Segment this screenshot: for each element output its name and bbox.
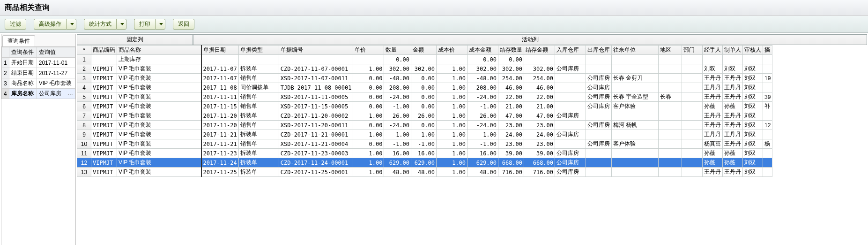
cell-area: 长春 (659, 92, 682, 102)
cell-memo (763, 168, 772, 177)
table-row[interactable]: 11VIPMJTVIP 毛巾套装2017-11-23拆装单CZD-2017-11… (77, 149, 772, 158)
col-header-outwh[interactable]: 出库仓库 (586, 46, 612, 55)
cell-price: 0.00 (353, 83, 384, 92)
cell-auditor: 刘双 (743, 111, 763, 121)
col-header-camt[interactable]: 成本金额 (467, 46, 498, 55)
cell-bno: TJDB-2017-11-08-00001 (279, 83, 353, 92)
filter-row[interactable]: 2结束日期2017-11-27 (2, 68, 75, 78)
col-header-amt[interactable]: 金额 (411, 46, 437, 55)
stat-split[interactable]: 统计方式 (84, 19, 126, 30)
table-row[interactable]: 13VIPMJTVIP 毛巾套装2017-11-25拆装单CZD-2017-11… (77, 168, 772, 177)
col-header-pcode[interactable]: 商品编码 (91, 46, 117, 55)
filter-row-value[interactable]: VIP 毛巾套装 (37, 78, 75, 89)
col-header-qty[interactable]: 数量 (384, 46, 411, 55)
print-split[interactable]: 打印 (134, 19, 165, 30)
advanced-caret[interactable] (66, 19, 76, 30)
print-button[interactable]: 打印 (134, 19, 155, 30)
cell-bamt: 23.00 (524, 139, 555, 149)
filter-grid[interactable]: 查询条件 查询值 1开始日期2017-11-012结束日期2017-11-273… (1, 47, 75, 245)
table-row[interactable]: 12VIPMJTVIP 毛巾套装2017-11-24拆装单CZD-2017-11… (77, 158, 772, 168)
cell-dept (682, 158, 703, 168)
col-header-oper[interactable]: 经手人 (703, 46, 723, 55)
cell-pname: VIP 毛巾套装 (117, 149, 201, 158)
advanced-button[interactable]: 高级操作 (34, 19, 66, 30)
stat-caret[interactable] (116, 19, 126, 30)
col-header-auditor[interactable]: 审核人 (743, 46, 763, 55)
table-row[interactable]: 9VIPMJTVIP 毛巾套装2017-11-21拆装单CZD-2017-11-… (77, 130, 772, 139)
cell-btype: 拆装单 (238, 168, 279, 177)
cell-bno: CZD-2017-11-23-00003 (279, 149, 353, 158)
filter-row-value[interactable]: 2017-11-01 (37, 58, 75, 68)
cell-amt: 48.00 (411, 168, 437, 177)
table-row[interactable]: 8VIPMJTVIP 毛巾套装2017-11-20销售单XSD-2017-11-… (77, 121, 772, 130)
ellipsis-icon[interactable]: … (67, 90, 73, 96)
col-header-price[interactable]: 单价 (353, 46, 384, 55)
cell-date (201, 55, 239, 64)
cell-oper: 孙薇 (703, 149, 723, 158)
col-header-dept[interactable]: 部门 (682, 46, 703, 55)
table-row[interactable]: 2VIPMJTVIP 毛巾套装2017-11-07拆装单CZD-2017-11-… (77, 64, 772, 74)
col-header-cost[interactable]: 成本价 (437, 46, 467, 55)
cell-outwh (586, 64, 612, 74)
col-header-area[interactable]: 地区 (659, 46, 682, 55)
col-header-bamt[interactable]: 结存金额 (524, 46, 555, 55)
cell-bno: CZD-2017-11-07-00001 (279, 64, 353, 74)
col-header-party[interactable]: 往来单位 (612, 46, 659, 55)
cell-outwh (586, 149, 612, 158)
col-header-pname[interactable]: 商品名称 (117, 46, 201, 55)
cell-camt: 302.00 (467, 64, 498, 74)
tab-query-conditions[interactable]: 查询条件 (2, 35, 35, 46)
print-caret[interactable] (155, 19, 165, 30)
left-pane: 查询条件 查询条件 查询值 1开始日期2017-11-012结束日期2017-1… (1, 34, 76, 245)
cell-bqty: 46.00 (498, 83, 524, 92)
cell-auditor: 刘双 (743, 158, 763, 168)
cell-date: 2017-11-08 (201, 83, 239, 92)
cell-bno: XSD-2017-11-20-00011 (279, 121, 353, 130)
col-header-memo[interactable]: 摘 (763, 46, 772, 55)
cell-idx: 10 (77, 139, 91, 149)
stat-button[interactable]: 统计方式 (84, 19, 116, 30)
cell-amt: -1.00 (411, 139, 437, 149)
back-button[interactable]: 返回 (173, 19, 194, 30)
cell-auditor: 刘双 (743, 64, 763, 74)
table-row[interactable]: 5VIPMJTVIP 毛巾套装2017-11-11销售单XSD-2017-11-… (77, 92, 772, 102)
filter-row[interactable]: 4库房名称公司库房… (2, 89, 75, 99)
cell-memo: 补 (763, 102, 772, 111)
filter-row-value[interactable]: 2017-11-27 (37, 68, 75, 78)
col-header-bqty[interactable]: 结存数量 (498, 46, 524, 55)
filter-row-value[interactable]: 公司库房… (37, 89, 75, 99)
filter-row[interactable]: 3商品名称VIP 毛巾套装 (2, 78, 75, 89)
table-row[interactable]: 6VIPMJTVIP 毛巾套装2017-11-15销售单XSD-2017-11-… (77, 102, 772, 111)
cell-bqty: 668.00 (498, 158, 524, 168)
table-row[interactable]: 7VIPMJTVIP 毛巾套装2017-11-20拆装单CZD-2017-11-… (77, 111, 772, 121)
data-grid[interactable]: *商品编码商品名称单据日期单据类型单据编号单价数量金额成本价成本金额结存数量结存… (77, 45, 772, 177)
cell-oper: 杨真茁 (703, 139, 723, 149)
cell-inwh: 公司库房 (555, 168, 586, 177)
cell-bamt: 716.00 (524, 168, 555, 177)
col-header-maker[interactable]: 制单人 (723, 46, 743, 55)
cell-party: 梅河 杨帆 (612, 121, 659, 130)
advanced-split[interactable]: 高级操作 (34, 19, 76, 30)
table-row[interactable]: 4VIPMJTVIP 毛巾套装2017-11-08同价调拨单TJDB-2017-… (77, 83, 772, 92)
cell-amt: 26.00 (411, 111, 437, 121)
table-row[interactable]: 3VIPMJTVIP 毛巾套装2017-11-07销售单XSD-2017-11-… (77, 74, 772, 83)
cell-date: 2017-11-25 (201, 168, 239, 177)
table-row[interactable]: 10VIPMJTVIP 毛巾套装2017-11-21销售单XSD-2017-11… (77, 139, 772, 149)
cell-btype: 拆装单 (238, 111, 279, 121)
col-header-btype[interactable]: 单据类型 (238, 46, 279, 55)
col-header-bno[interactable]: 单据编号 (279, 46, 353, 55)
cell-camt: 0.00 (467, 55, 498, 64)
filter-row[interactable]: 1开始日期2017-11-01 (2, 58, 75, 68)
cell-oper: 孙薇 (703, 158, 723, 168)
col-header-idx[interactable]: * (77, 46, 91, 55)
cell-maker: 王丹丹 (723, 168, 743, 177)
cell-auditor: 刘双 (743, 83, 763, 92)
cell-bqty: 21.00 (498, 102, 524, 111)
filter-button[interactable]: 过滤 (5, 19, 26, 30)
col-header-inwh[interactable]: 入库仓库 (555, 46, 586, 55)
table-row[interactable]: 1上期库存0.000.000.00 (77, 55, 772, 64)
cell-pname: VIP 毛巾套装 (117, 130, 201, 139)
cell-maker: 王丹丹 (723, 92, 743, 102)
cell-outwh: 公司库房 (586, 74, 612, 83)
col-header-date[interactable]: 单据日期 (201, 46, 239, 55)
